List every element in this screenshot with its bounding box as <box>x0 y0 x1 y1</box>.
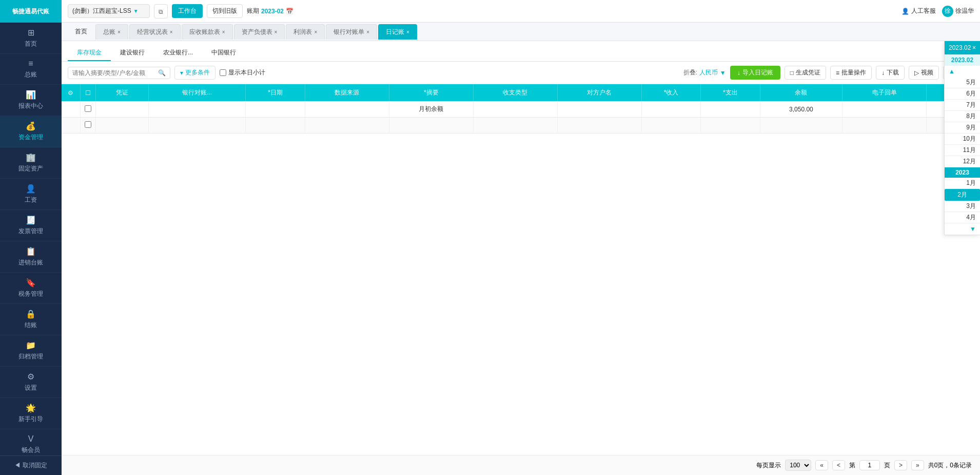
month-6[interactable]: 6月 <box>945 88 980 100</box>
sidebar-item-salary[interactable]: 👤工资 <box>0 179 62 210</box>
import-journal-button[interactable]: ↓ 导入日记账 <box>730 66 780 80</box>
next-page-button[interactable]: > <box>894 460 907 470</box>
fold-dropdown-icon: ▼ <box>720 69 726 77</box>
month-10[interactable]: 10月 <box>945 134 980 145</box>
show-day-input[interactable] <box>220 69 226 76</box>
sidebar-footer[interactable]: ◀ 取消固定 <box>0 455 62 475</box>
month-11[interactable]: 11月 <box>945 145 980 156</box>
col-voucher: 凭证 <box>95 84 148 101</box>
month-1[interactable]: 1月 <box>945 178 980 189</box>
subtab-china[interactable]: 中国银行 <box>202 45 245 61</box>
last-page-button[interactable]: » <box>911 460 924 470</box>
cell-summary <box>389 118 473 134</box>
show-day-checkbox[interactable]: 显示本日小计 <box>220 68 265 77</box>
table-row: 月初余额 3,050.00 <box>62 101 980 118</box>
prev-page-button[interactable]: < <box>832 460 845 470</box>
tab-close-assets[interactable]: × <box>275 29 278 35</box>
period-panel-close[interactable]: × <box>972 44 976 51</box>
pagination: 每页显示 100 50 200 « < 第 页 > » 共0页，0条记录 <box>62 455 980 475</box>
sidebar-item-home[interactable]: ⊞首页 <box>0 23 62 54</box>
filter-button[interactable]: ▾ 更多条件 <box>174 66 215 80</box>
sidebar-item-tax[interactable]: 🔖税务管理 <box>0 273 62 304</box>
tab-close-bank[interactable]: × <box>366 29 369 35</box>
cell-data-source <box>305 101 389 118</box>
month-12[interactable]: 12月 <box>945 156 980 167</box>
copy-button[interactable]: ⧉ <box>154 4 168 18</box>
col-checkbox[interactable]: ☐ <box>80 84 95 101</box>
sidebar-item-report[interactable]: 📊报表中心 <box>0 85 62 116</box>
tab-bank-reconcile[interactable]: 银行对账单 × <box>326 24 377 40</box>
row-checkbox[interactable] <box>85 105 91 112</box>
fixed-assets-icon: 🏢 <box>26 153 36 162</box>
tab-assets[interactable]: 资产负债表 × <box>234 24 285 40</box>
period-2023-label: 2023.02 <box>945 54 980 66</box>
sidebar-item-archive[interactable]: 📁归档管理 <box>0 335 62 367</box>
per-page-select[interactable]: 100 50 200 <box>785 460 811 471</box>
period-panel-header: 2023.02 × <box>945 41 980 54</box>
tab-journal[interactable]: 日记账 × <box>378 24 417 40</box>
page-total-label: 页 <box>884 461 890 470</box>
first-page-button[interactable]: « <box>815 460 828 470</box>
toolbar: 🔍 ▾ 更多条件 显示本日小计 折叠: 人民币 ▼ ↓ 导入日记账 <box>62 62 980 84</box>
search-input-wrap[interactable]: 🔍 <box>68 67 170 79</box>
batch-icon: ≡ <box>836 69 839 77</box>
month-7[interactable]: 7月 <box>945 100 980 111</box>
col-settings[interactable]: ⚙ <box>62 84 80 101</box>
page-number-input[interactable] <box>859 460 880 470</box>
company-selector[interactable]: (勿删）江西超宝-LSS ▼ <box>68 4 150 18</box>
batch-op-button[interactable]: ≡ 批量操作 <box>830 66 872 80</box>
period-next-nav[interactable]: ▼ <box>970 225 976 233</box>
workbench-button[interactable]: 工作台 <box>172 4 203 18</box>
month-3[interactable]: 3月 <box>945 201 980 212</box>
download-button[interactable]: ↓ 下载 <box>876 66 905 80</box>
sidebar-label-invoice: 发票管理 <box>18 227 43 236</box>
col-summary: *摘要 <box>389 84 473 101</box>
tab-close-biz[interactable]: × <box>170 29 173 35</box>
sidebar-item-guide[interactable]: 🌟新手引导 <box>0 398 62 429</box>
search-icon[interactable]: 🔍 <box>158 69 166 77</box>
tab-close-journal[interactable]: × <box>406 29 409 35</box>
generate-voucher-button[interactable]: □ 生成凭证 <box>785 66 826 80</box>
search-input[interactable] <box>72 69 156 77</box>
sidebar-item-fixed-assets[interactable]: 🏢固定资产 <box>0 147 62 179</box>
tab-close-profit[interactable]: × <box>314 29 317 35</box>
tab-close-ledger[interactable]: × <box>117 29 121 35</box>
sidebar-item-ledger[interactable]: ≡总账 <box>0 54 62 85</box>
cell-checkbox[interactable] <box>80 101 95 118</box>
voucher-icon: □ <box>790 69 794 77</box>
month-8[interactable]: 8月 <box>945 111 980 122</box>
tab-home[interactable]: 首页 <box>68 24 94 39</box>
col-bank-reconcile: 银行对账... <box>148 84 245 101</box>
subtab-construction[interactable]: 建设银行 <box>111 45 154 61</box>
row-checkbox[interactable] <box>85 121 91 128</box>
month-2-active[interactable]: 2月 <box>945 189 980 201</box>
month-5[interactable]: 5月 <box>945 77 980 88</box>
sidebar-item-vip[interactable]: V畅会员 <box>0 429 62 455</box>
tab-receivable[interactable]: 应收账款表 × <box>182 24 233 40</box>
cell-settings <box>62 101 80 118</box>
tab-ledger[interactable]: 总账 × <box>95 24 128 40</box>
tab-profit[interactable]: 利润表 × <box>286 24 325 40</box>
customer-service[interactable]: 👤 人工客服 <box>901 7 936 15</box>
vip-icon: V <box>28 434 34 444</box>
sidebar-item-closing[interactable]: 🔒结账 <box>0 304 62 335</box>
month-4[interactable]: 4月 <box>945 212 980 223</box>
sidebar-item-capital[interactable]: 💰资金管理 <box>0 116 62 147</box>
month-9[interactable]: 9月 <box>945 122 980 134</box>
switch-old-button[interactable]: 切到旧版 <box>207 4 243 18</box>
tab-biz-status[interactable]: 经营状况表 × <box>129 24 181 40</box>
subtab-agriculture[interactable]: 农业银行... <box>154 45 202 61</box>
video-button[interactable]: ▷ 视频 <box>909 66 939 80</box>
user-menu[interactable]: 徐 徐温华 <box>942 6 974 17</box>
sidebar-item-invoice[interactable]: 🧾发票管理 <box>0 210 62 241</box>
sidebar-item-purchase-sales[interactable]: 📋进销台账 <box>0 241 62 273</box>
sidebar-item-settings[interactable]: ⚙设置 <box>0 367 62 398</box>
period-prev-nav[interactable]: ▲ <box>949 68 955 75</box>
settings-icon: ⚙ <box>27 372 34 382</box>
tab-close-receivable[interactable]: × <box>222 29 225 35</box>
subtab-cash[interactable]: 库存现金 <box>68 45 111 61</box>
col-income-type: 收支类型 <box>473 84 557 101</box>
ledger-icon: ≡ <box>28 59 33 68</box>
period-edit-icon[interactable]: 📅 <box>286 8 293 15</box>
cell-checkbox[interactable] <box>80 118 95 134</box>
